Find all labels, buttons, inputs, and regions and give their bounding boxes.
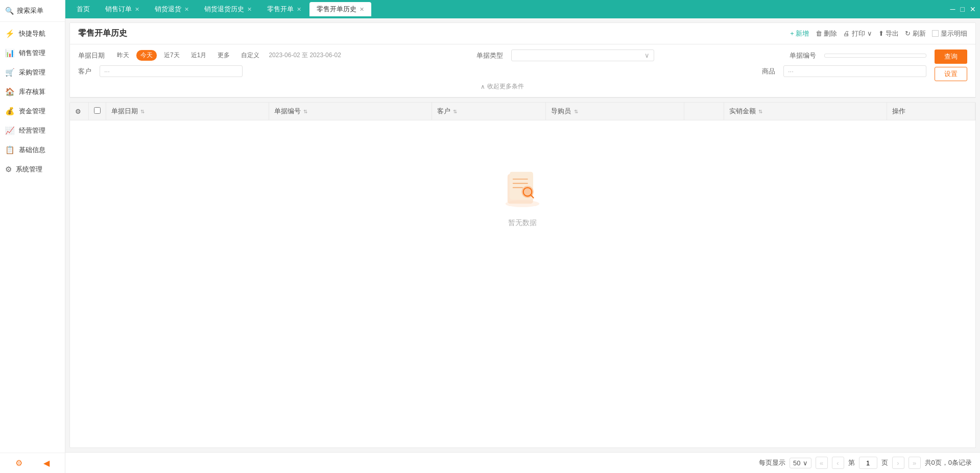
tab-sales-order-close[interactable]: ✕ <box>135 6 139 13</box>
filter-settings-button[interactable]: 设置 <box>935 67 967 81</box>
tab-sales-return-history-close[interactable]: ✕ <box>247 6 252 13</box>
per-page-select[interactable]: 50 ∨ <box>790 458 811 468</box>
sidebar-item-base-info[interactable]: 📋 基础信息 <box>0 140 65 160</box>
customer-label: 客户 <box>78 67 91 76</box>
base-info-icon: 📋 <box>5 145 15 155</box>
tab-sales-order[interactable]: 销售订单 ✕ <box>98 2 147 16</box>
date-range-display: 2023-06-02 至 2023-06-02 <box>269 51 341 60</box>
window-close-icon[interactable]: ✕ <box>970 5 976 13</box>
sidebar-item-inventory[interactable]: 🏠 库存核算 <box>0 82 65 102</box>
sidebar-item-sales-mgmt[interactable]: 📊 销售管理 <box>0 43 65 63</box>
select-all-checkbox[interactable] <box>94 107 101 114</box>
goods-select[interactable]: ··· <box>783 65 926 77</box>
search-label: 搜索采单 <box>17 6 43 15</box>
sidebar-nav: ⚡ 快捷导航 📊 销售管理 🛒 采购管理 🏠 库存核算 💰 资金管理 📈 经营管… <box>0 22 65 453</box>
operations-icon: 📈 <box>5 126 15 135</box>
doc-no-input[interactable] <box>824 54 926 58</box>
tab-home[interactable]: 首页 <box>69 2 97 16</box>
quick-nav-icon: ⚡ <box>5 29 15 38</box>
sort-guide-icon[interactable]: ⇅ <box>574 109 578 114</box>
date-btn-yesterday[interactable]: 昨天 <box>113 50 133 61</box>
tab-retail-open-close[interactable]: ✕ <box>297 6 301 13</box>
window-minimize-icon[interactable]: ─ <box>950 5 955 13</box>
th-checkbox[interactable] <box>88 103 106 120</box>
date-filter-buttons: 昨天 今天 近7天 近1月 更多 自定义 2023-06-02 至 2023-0… <box>113 50 341 61</box>
tabbar: 首页 销售订单 ✕ 销货退货 ✕ 销货退货历史 ✕ 零售开单 ✕ 零售开单历史 … <box>65 0 980 18</box>
per-page-value: 50 <box>793 459 800 467</box>
print-dropdown-icon: ∨ <box>867 30 872 37</box>
purchase-mgmt-icon: 🛒 <box>5 68 15 77</box>
date-btn-today[interactable]: 今天 <box>136 50 157 61</box>
settings-footer-icon[interactable]: ⚙ <box>15 458 22 468</box>
delete-button[interactable]: 🗑 删除 <box>816 29 838 38</box>
display-label: 显示明细 <box>941 29 967 38</box>
tab-sales-return-close[interactable]: ✕ <box>184 6 189 13</box>
date-btn-last-month[interactable]: 近1月 <box>187 50 211 61</box>
last-page-btn[interactable]: » <box>909 457 921 469</box>
date-btn-more[interactable]: 更多 <box>213 50 234 61</box>
finance-icon: 💰 <box>5 107 15 116</box>
date-filter-label: 单据日期 <box>78 51 105 60</box>
filter-row-1: 单据日期 昨天 今天 近7天 近1月 更多 自定义 2023-06-02 至 2… <box>78 49 926 61</box>
table-container: ⚙ 单据日期 ⇅ 单据编号 ⇅ <box>69 102 976 448</box>
sidebar-item-finance[interactable]: 💰 资金管理 <box>0 102 65 121</box>
sort-customer-icon[interactable]: ⇅ <box>453 109 457 114</box>
sidebar-item-sys-mgmt[interactable]: ⚙ 系统管理 <box>0 160 65 179</box>
tab-sales-return-history[interactable]: 销货退货历史 ✕ <box>197 2 259 16</box>
th-doc-no: 单据编号 ⇅ <box>269 103 432 120</box>
table-settings-icon[interactable]: ⚙ <box>75 108 81 115</box>
sidebar-item-operations[interactable]: 📈 经营管理 <box>0 121 65 140</box>
sort-amount-icon[interactable]: ⇅ <box>758 109 762 114</box>
total-text: 共0页，0条记录 <box>925 458 972 467</box>
display-toggle[interactable]: 显示明细 <box>932 29 967 38</box>
doc-type-dropdown-icon: ∨ <box>644 52 650 59</box>
tab-retail-open[interactable]: 零售开单 ✕ <box>260 2 308 16</box>
sales-mgmt-icon: 📊 <box>5 48 15 58</box>
display-checkbox[interactable] <box>932 30 939 37</box>
collapse-filter-btn[interactable]: ∧ 收起更多条件 <box>481 81 524 92</box>
search-icon: 🔍 <box>5 7 14 15</box>
next-page-btn[interactable]: › <box>892 457 904 469</box>
page-title: 零售开单历史 <box>78 28 127 39</box>
doc-no-label: 单据编号 <box>790 51 816 60</box>
prev-page-btn[interactable]: ‹ <box>832 457 844 469</box>
data-table: ⚙ 单据日期 ⇅ 单据编号 ⇅ <box>70 103 975 268</box>
filter-and-header: 零售开单历史 + 新增 🗑 删除 🖨 打印 ∨ ⬆ 导出 ↻ 刷新 显示明细 <box>69 22 976 98</box>
per-page-label: 每页显示 <box>759 458 785 467</box>
page-input[interactable] <box>859 457 877 469</box>
sort-doc-no-icon[interactable]: ⇅ <box>303 109 307 114</box>
th-settings[interactable]: ⚙ <box>70 103 88 120</box>
customer-select[interactable]: ··· <box>100 65 243 77</box>
th-amount: 实销金额 ⇅ <box>724 103 887 120</box>
sidebar-item-label: 采购管理 <box>19 68 45 77</box>
date-btn-custom[interactable]: 自定义 <box>237 50 264 61</box>
refresh-button[interactable]: ↻ 刷新 <box>905 29 926 38</box>
sort-date-icon[interactable]: ⇅ <box>140 109 145 114</box>
no-data-text: 暂无数据 <box>508 218 537 228</box>
doc-type-select[interactable]: ∨ <box>511 49 654 61</box>
pagination: 每页显示 50 ∨ « ‹ 第 页 › » 共0页，0条记录 <box>65 452 980 473</box>
tab-retail-open-history-close[interactable]: ✕ <box>360 6 364 13</box>
tab-sales-return[interactable]: 销货退货 ✕ <box>148 2 196 16</box>
sidebar-footer: ⚙ ◀ <box>0 453 65 473</box>
window-controls: ─ □ ✕ <box>950 5 976 13</box>
query-button[interactable]: 查询 <box>935 49 967 64</box>
print-button[interactable]: 🖨 打印 ∨ <box>843 29 872 38</box>
tab-retail-open-history[interactable]: 零售开单历史 ✕ <box>309 2 371 16</box>
table-header-row: ⚙ 单据日期 ⇅ 单据编号 ⇅ <box>70 103 975 120</box>
sidebar-item-quick-nav[interactable]: ⚡ 快捷导航 <box>0 24 65 43</box>
export-button[interactable]: ⬆ 导出 <box>878 29 899 38</box>
collapse-label: 收起更多条件 <box>487 82 524 91</box>
collapse-sidebar-icon[interactable]: ◀ <box>43 458 50 468</box>
tab-home-label: 首页 <box>77 5 90 14</box>
date-btn-last7[interactable]: 近7天 <box>160 50 184 61</box>
window-maximize-icon[interactable]: □ <box>961 5 965 13</box>
tab-sales-order-label: 销售订单 <box>105 5 132 14</box>
first-page-btn[interactable]: « <box>816 457 828 469</box>
sidebar-item-label: 销售管理 <box>19 48 45 58</box>
search-bar[interactable]: 🔍 搜索采单 <box>0 0 65 22</box>
sidebar-item-purchase-mgmt[interactable]: 🛒 采购管理 <box>0 63 65 82</box>
sidebar-item-label: 库存核算 <box>19 87 45 96</box>
filter-area: 单据日期 昨天 今天 近7天 近1月 更多 自定义 2023-06-02 至 2… <box>70 44 975 97</box>
add-button[interactable]: + 新增 <box>790 29 809 38</box>
